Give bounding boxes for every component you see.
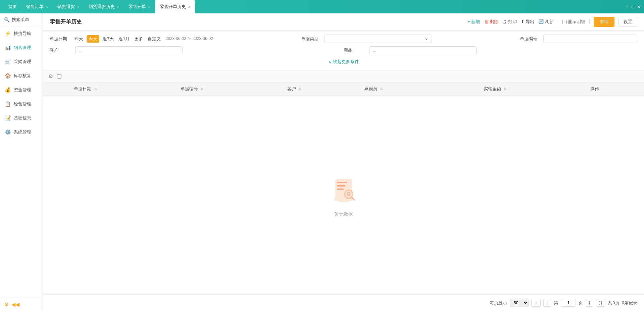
date-range-text: 2023-06-02 至 2023-06-02 — [165, 36, 213, 42]
sidebar-item-operations[interactable]: 📋 经营管理 — [0, 97, 43, 111]
date-more[interactable]: 更多 — [133, 35, 144, 43]
date-yesterday[interactable]: 昨天 — [73, 35, 85, 43]
product-dots: ... — [373, 48, 377, 53]
first-page-button[interactable]: ⟨⟨ — [531, 299, 541, 307]
window-controls: － □ ✕ — [625, 4, 641, 10]
operations-icon: 📋 — [5, 101, 11, 107]
number-input[interactable] — [543, 35, 637, 43]
product-label: 商品 — [344, 47, 367, 53]
inventory-icon: 🏠 — [5, 73, 11, 79]
delete-button[interactable]: 🗑 删除 — [484, 19, 499, 25]
filter-area: 单据日期 昨天 今天 近7天 近1月 更多 自定义 2023-06-02 至 2… — [43, 31, 644, 70]
page-title: 零售开单历史 — [50, 18, 82, 25]
filter-row-2: 客户 ... 商品 ... — [50, 46, 637, 54]
total-info: 共0页, 0条记录 — [608, 300, 637, 306]
settings-button[interactable]: 设置 — [618, 17, 637, 27]
header-divider — [558, 19, 558, 24]
sort-date-icon: ⇅ — [94, 87, 97, 91]
close-tab-sales-return[interactable]: × — [77, 4, 79, 9]
sort-salesperson-icon: ⇅ — [380, 87, 383, 91]
search-icon: 🔍 — [4, 17, 10, 22]
svg-rect-2 — [337, 182, 347, 183]
collapse-button[interactable]: ∧ 收起更多条件 — [50, 57, 637, 66]
table-area: ⚙ 单据日期 ⇅ 单据编号 ⇅ — [43, 70, 644, 294]
refresh-button[interactable]: 🔄 刷新 — [538, 19, 554, 25]
sidebar-item-basic[interactable]: 📝 基础信息 — [0, 111, 43, 125]
date-shortcuts: 昨天 今天 近7天 近1月 更多 自定义 2023-06-02 至 2023-0… — [73, 35, 213, 43]
display-detail-input[interactable] — [562, 20, 566, 24]
close-tab-sales-return-history[interactable]: × — [117, 4, 119, 9]
close-window-button[interactable]: ✕ — [637, 4, 641, 9]
th-number[interactable]: 单据编号 ⇅ — [177, 83, 283, 96]
empty-text: 暂无数据 — [334, 211, 353, 217]
next-page-button[interactable]: ⟩ — [586, 299, 593, 307]
add-button[interactable]: + 新增 — [467, 19, 480, 25]
sidebar-item-inventory[interactable]: 🏠 库存核算 — [0, 69, 43, 83]
per-page-label: 每页显示 — [490, 300, 507, 306]
maximize-button[interactable]: □ — [632, 4, 634, 9]
close-tab-retail-history[interactable]: × — [188, 4, 190, 9]
close-tab-sales-order[interactable]: × — [46, 4, 48, 9]
type-select-arrow: ∨ — [425, 36, 428, 41]
th-customer[interactable]: 客户 ⇅ — [283, 83, 360, 96]
th-actions: 操作 — [586, 83, 644, 96]
th-amount[interactable]: 实销金额 ⇅ — [480, 83, 586, 96]
settings-gear-icon[interactable]: ⚙ — [4, 301, 9, 308]
top-bar: 首页 销售订单 × 销货退货 × 销货退货历史 × 零售开单 × 零售开单历史 … — [0, 0, 644, 13]
tab-retail-open[interactable]: 零售开单 × — [124, 0, 155, 13]
tab-sales-return-history[interactable]: 销货退货历史 × — [84, 0, 124, 13]
sidebar-item-sales[interactable]: 📊 销售管理 — [0, 41, 43, 55]
sidebar-bottom: ⚙ ◀◀ — [0, 298, 43, 311]
header-divider2 — [589, 19, 590, 24]
th-salesperson[interactable]: 导购员 ⇅ — [360, 83, 452, 96]
prev-page-button[interactable]: ⟨ — [543, 299, 551, 307]
sort-amount-icon: ⇅ — [504, 87, 507, 91]
sales-icon: 📊 — [5, 45, 11, 51]
date-today[interactable]: 今天 — [87, 35, 99, 43]
tab-sales-return[interactable]: 销货退货 × — [53, 0, 84, 13]
quick-nav-icon: ⚡ — [5, 31, 11, 37]
table-settings-icon[interactable]: ⚙ — [48, 73, 53, 80]
type-label: 单据类型 — [301, 36, 325, 42]
page-header: 零售开单历史 + 新增 🗑 删除 🖨 打印 ⬆ 导出 🔄 刷新 显示明细 查询 … — [43, 13, 644, 31]
filter-row-1: 单据日期 昨天 今天 近7天 近1月 更多 自定义 2023-06-02 至 2… — [50, 35, 637, 43]
svg-rect-3 — [337, 185, 345, 187]
minimize-button[interactable]: － — [625, 4, 629, 10]
page-label-prefix: 第 — [554, 300, 558, 306]
tab-bar: 首页 销售订单 × 销货退货 × 销货退货历史 × 零售开单 × 零售开单历史 … — [3, 0, 625, 13]
table-header-row: 单据日期 ⇅ 单据编号 ⇅ 客户 ⇅ 导购员 ⇅ — [43, 83, 644, 96]
sidebar-item-finance[interactable]: 💰 资金管理 — [0, 83, 43, 97]
sidebar-item-system[interactable]: ⚙️ 系统管理 — [0, 125, 43, 139]
export-button[interactable]: ⬆ 导出 — [521, 19, 535, 25]
page-label-suffix: 页 — [579, 300, 583, 306]
date-7days[interactable]: 近7天 — [101, 35, 115, 43]
customer-input[interactable]: ... — [75, 46, 183, 54]
date-1month[interactable]: 近1月 — [117, 35, 131, 43]
product-input[interactable]: ... — [369, 46, 477, 54]
type-select[interactable]: ∨ — [325, 35, 432, 43]
sidebar-collapse-icon[interactable]: ◀◀ — [11, 301, 19, 308]
th-spacer — [452, 83, 480, 96]
query-button[interactable]: 查询 — [594, 17, 614, 27]
search-bill[interactable]: 🔍 搜索采单 — [0, 13, 43, 27]
tab-home[interactable]: 首页 — [3, 0, 21, 13]
empty-icon — [327, 172, 360, 206]
page-input[interactable] — [561, 299, 576, 307]
sidebar: 🔍 搜索采单 ⚡ 快捷导航 📊 销售管理 🛒 采购管理 🏠 库存核算 💰 — [0, 13, 43, 311]
close-tab-retail-open[interactable]: × — [148, 4, 150, 9]
sidebar-nav: ⚡ 快捷导航 📊 销售管理 🛒 采购管理 🏠 库存核算 💰 资金管理 📋 — [0, 27, 43, 298]
print-button[interactable]: 🖨 打印 — [502, 19, 517, 25]
display-detail-checkbox[interactable]: 显示明细 — [562, 19, 585, 25]
date-custom[interactable]: 自定义 — [146, 35, 162, 43]
customer-dots: ... — [79, 48, 83, 53]
tab-retail-history[interactable]: 零售开单历史 × — [155, 0, 195, 13]
select-all-checkbox[interactable] — [57, 74, 61, 79]
customer-label: 客户 — [50, 47, 73, 53]
sidebar-item-quick-nav[interactable]: ⚡ 快捷导航 — [0, 27, 43, 41]
header-actions: + 新增 🗑 删除 🖨 打印 ⬆ 导出 🔄 刷新 显示明细 查询 设置 — [467, 17, 637, 27]
sidebar-item-purchase[interactable]: 🛒 采购管理 — [0, 55, 43, 69]
last-page-button[interactable]: ⟩⟩ — [596, 299, 605, 307]
tab-sales-order[interactable]: 销售订单 × — [21, 0, 53, 13]
th-date[interactable]: 单据日期 ⇅ — [70, 83, 177, 96]
per-page-select[interactable]: 50 20 100 — [510, 299, 529, 307]
